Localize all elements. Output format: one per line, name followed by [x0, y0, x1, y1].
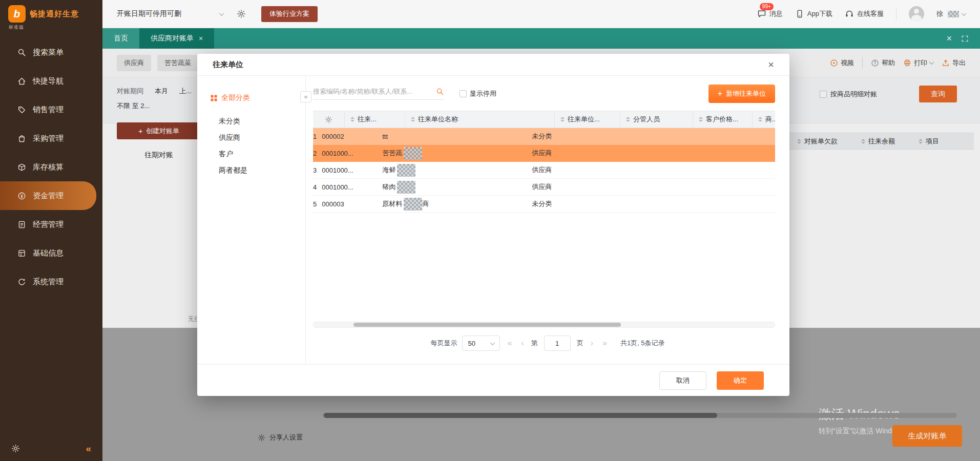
funds-coin-icon [17, 192, 26, 200]
last-page-button[interactable]: » [600, 339, 609, 347]
partner-name: 原材料商 [377, 198, 527, 211]
sidebar-item-operations[interactable]: 经营管理 [0, 210, 102, 239]
col-extra[interactable]: 商... [753, 111, 775, 128]
partner-type: 供应商 [527, 149, 592, 158]
account-period-label: 开账日期可停用可删 [117, 9, 181, 18]
sidebar-collapse-icon[interactable]: « [86, 444, 91, 453]
messages-button[interactable]: 99+ 消息 [757, 9, 783, 18]
brand-logo-icon: b [8, 5, 26, 23]
modal-close-icon[interactable]: × [768, 59, 774, 70]
prev-page-button[interactable]: ‹ [519, 339, 526, 347]
sidebar-item-label: 采购管理 [33, 134, 64, 143]
sidebar-footer: « [0, 435, 102, 461]
sidebar-item-search-menu[interactable]: 搜索菜单 [0, 38, 102, 67]
first-page-button[interactable]: « [505, 339, 514, 347]
operations-doc-icon [17, 220, 26, 229]
topbar: 开账日期可停用可删 体验行业方案 99+ 消息 App下载 在线客服 徐 [102, 0, 980, 28]
sidebar-item-quick-nav[interactable]: 快捷导航 [0, 67, 102, 95]
sidebar-item-label: 快捷导航 [33, 76, 64, 86]
sidebar-item-sales[interactable]: 销售管理 [0, 95, 102, 124]
col-customer-price[interactable]: 客户价格... [693, 111, 753, 128]
show-disabled-checkbox[interactable] [460, 90, 467, 97]
add-partner-button[interactable]: + 新增往来单位 [708, 85, 775, 103]
category-both[interactable]: 两者都是 [197, 162, 305, 178]
category-supplier[interactable]: 供应商 [197, 129, 305, 145]
sidebar-item-base-info[interactable]: 基础信息 [0, 239, 102, 267]
col-partner-type[interactable]: 往来单位... [555, 111, 620, 128]
col-partner-name[interactable]: 往来单位名称 [405, 111, 555, 128]
message-bubble-icon [757, 9, 766, 18]
modal-footer: 取消 确定 [197, 364, 789, 396]
headset-icon [845, 9, 854, 18]
edition-badge: 标准版 [9, 24, 24, 31]
sort-icon [560, 117, 565, 122]
partner-row[interactable]: 4 0001000... 猪肉 供应商 [313, 179, 775, 196]
cancel-button[interactable]: 取消 [659, 371, 706, 390]
sort-icon [410, 117, 415, 122]
column-settings-button[interactable] [313, 111, 345, 128]
redacted-blur [397, 164, 415, 177]
partner-type: 未分类 [527, 199, 592, 208]
sidebar-item-label: 经营管理 [33, 220, 64, 229]
gear-icon [325, 116, 332, 123]
show-disabled-group: 显示停用 [460, 89, 496, 98]
page-number-input[interactable] [544, 336, 571, 351]
sidebar-item-funds[interactable]: 资金管理 [0, 181, 96, 210]
sidebar-item-purchase[interactable]: 采购管理 [0, 124, 102, 153]
row-index: 3 [313, 166, 317, 174]
sidebar-item-label: 销售管理 [33, 105, 64, 115]
partner-row[interactable]: 2 0001000... 苦苦蔬 供应商 [313, 145, 775, 162]
confirm-button[interactable]: 确定 [717, 371, 764, 390]
partner-search-input[interactable] [313, 88, 433, 95]
col-partner-manager[interactable]: 分管人员 [620, 111, 693, 128]
partner-row[interactable]: 1 000002 ttt 未分类 [313, 128, 775, 145]
col-partner-code[interactable]: 往来... [345, 111, 405, 128]
sidebar-item-label: 搜索菜单 [33, 48, 64, 57]
partner-name: 海鲜 [377, 164, 527, 177]
partner-type: 供应商 [527, 165, 592, 175]
partner-row[interactable]: 3 0001000... 海鲜 供应商 [313, 162, 775, 179]
base-info-list-icon [17, 249, 26, 258]
modal-title: 往来单位 [213, 60, 243, 70]
chevron-down-icon [219, 11, 224, 16]
user-avatar[interactable] [909, 6, 924, 22]
sidebar-item-inventory[interactable]: 库存核算 [0, 153, 102, 181]
category-all[interactable]: 全部分类 [211, 93, 305, 102]
topbar-right: 99+ 消息 App下载 在线客服 徐 [757, 6, 966, 22]
partner-code: 0001000... [317, 166, 377, 174]
row-index: 4 [313, 183, 317, 191]
online-service-label: 在线客服 [857, 9, 884, 18]
partner-name-suffix: 商 [422, 199, 429, 207]
partner-table: 往来... 往来单位名称 往来单位... 分管人员 [313, 111, 775, 213]
col-label: 往来... [358, 115, 377, 124]
industry-trial-button[interactable]: 体验行业方案 [261, 6, 318, 22]
category-uncategorized[interactable]: 未分类 [197, 113, 305, 129]
table-horizontal-scrollbar [313, 322, 775, 328]
per-page-select[interactable]: 50 [462, 336, 500, 351]
partner-row[interactable]: 5 000003 原材料商 未分类 [313, 196, 775, 213]
category-customer[interactable]: 客户 [197, 145, 305, 162]
search-icon[interactable] [436, 88, 444, 96]
partner-name: ttt [377, 133, 527, 140]
period-settings-gear-icon[interactable] [237, 9, 246, 18]
sidebar-item-system[interactable]: 系统管理 [0, 267, 102, 296]
panel-collapse-button[interactable]: « [300, 91, 311, 102]
account-period-dropdown[interactable]: 开账日期可停用可删 [117, 9, 223, 18]
app-download-button[interactable]: App下载 [795, 9, 832, 18]
scrollbar-thumb[interactable] [353, 323, 621, 327]
redacted-blur [404, 198, 422, 211]
modal-toolbar: 显示停用 + 新增往来单位 [313, 84, 775, 103]
sidebar: b 畅捷通好生意 标准版 搜索菜单 快捷导航 销售管理 采购管理 [0, 0, 102, 461]
partner-type: 未分类 [527, 132, 592, 141]
partner-list-panel: 显示停用 + 新增往来单位 往来... [306, 76, 789, 364]
modal-header: 往来单位 × [197, 54, 789, 76]
category-panel: 全部分类 未分类 供应商 客户 两者都是 [197, 76, 306, 364]
settings-gear-icon[interactable] [11, 444, 20, 453]
user-name: 徐 [936, 9, 943, 18]
online-service-button[interactable]: 在线客服 [845, 9, 884, 18]
col-label: 往来单位名称 [418, 115, 458, 124]
partner-name: 猪肉 [377, 181, 527, 194]
next-page-button[interactable]: › [589, 339, 595, 347]
user-menu[interactable]: 徐 [936, 9, 966, 18]
sort-icon [625, 117, 630, 122]
